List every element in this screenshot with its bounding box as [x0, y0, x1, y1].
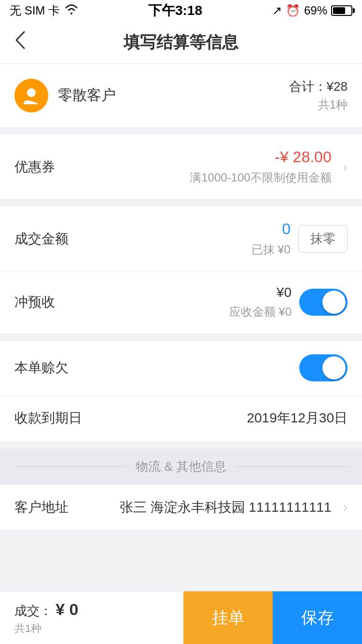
deal-prepay-section: 成交金额 0 已抹 ¥0 抹零 冲预收 ¥0 应收金额 ¥0 — [0, 207, 362, 333]
status-time: 下午3:18 — [148, 1, 202, 20]
due-date-value: 2019年12月30日 — [247, 409, 348, 427]
total-count: 共1种 — [289, 97, 348, 112]
avatar — [14, 79, 48, 112]
prepay-label: 冲预收 — [14, 293, 55, 311]
alarm-icon: ⏰ — [286, 4, 300, 17]
bottom-info: 成交： ¥ 0 共1种 — [0, 600, 183, 636]
customer-name: 零散客户 — [58, 85, 116, 105]
hang-button[interactable]: 挂单 — [183, 591, 273, 644]
coupon-desc: 满1000-100不限制使用金额 — [190, 170, 331, 185]
prepay-amount: ¥0 — [277, 285, 292, 300]
round-zero-button[interactable]: 抹零 — [298, 225, 348, 252]
bottom-bar: 成交： ¥ 0 共1种 挂单 保存 — [0, 591, 362, 644]
coupon-label: 优惠券 — [14, 158, 55, 176]
deal-label: 成交金额 — [14, 230, 69, 248]
credit-label: 本单赊欠 — [14, 359, 69, 377]
credit-section: 本单赊欠 收款到期日 2019年12月30日 — [0, 341, 362, 441]
bottom-deal-row: 成交： ¥ 0 — [14, 600, 183, 619]
address-chevron-icon: › — [343, 500, 348, 515]
address-label: 客户地址 — [14, 498, 69, 517]
credit-row: 本单赊欠 — [0, 341, 362, 395]
prepay-toggle[interactable] — [299, 289, 348, 316]
bottom-deal-label: 成交： — [14, 603, 52, 618]
customer-total: 合计：¥28 共1种 — [289, 78, 348, 112]
logistics-label: 物流 & 其他信息 — [136, 458, 226, 475]
coupon-right: -¥ 28.00 满1000-100不限制使用金额 › — [190, 148, 348, 185]
address-value: 张三 海淀永丰科技园 11111111111 — [120, 498, 332, 517]
deal-value: 0 — [282, 220, 291, 238]
address-section: 客户地址 张三 海淀永丰科技园 11111111111 › — [0, 485, 362, 530]
deal-right: 0 已抹 ¥0 抹零 — [251, 220, 348, 257]
status-right: ↗ ⏰ 69% — [272, 4, 352, 17]
due-date-row: 收款到期日 2019年12月30日 — [0, 395, 362, 441]
deal-sub: 已抹 ¥0 — [251, 242, 291, 257]
address-right: 张三 海淀永丰科技园 11111111111 › — [120, 498, 348, 517]
status-bar: 无 SIM 卡 下午3:18 ↗ ⏰ 69% — [0, 0, 362, 21]
prepay-value-col: ¥0 应收金额 ¥0 — [229, 285, 292, 320]
save-button[interactable]: 保存 — [273, 591, 362, 644]
coupon-discount: -¥ 28.00 — [275, 148, 331, 166]
customer-left: 零散客户 — [14, 79, 116, 112]
battery-icon — [331, 5, 352, 16]
deal-row: 成交金额 0 已抹 ¥0 抹零 — [0, 207, 362, 271]
wifi-icon — [65, 4, 78, 17]
prepay-toggle-knob — [322, 291, 346, 314]
page-title: 填写结算等信息 — [124, 31, 238, 54]
logistics-line-left — [14, 466, 126, 467]
prepay-row: 冲预收 ¥0 应收金额 ¥0 — [0, 271, 362, 333]
location-icon: ↗ — [272, 4, 282, 17]
prepay-sub: 应收金额 ¥0 — [229, 304, 292, 320]
coupon-value-col: -¥ 28.00 满1000-100不限制使用金额 — [190, 148, 331, 185]
back-button[interactable] — [14, 31, 25, 54]
status-left: 无 SIM 卡 — [10, 3, 78, 18]
deal-value-col: 0 已抹 ¥0 — [251, 220, 291, 257]
prepay-right: ¥0 应收金额 ¥0 — [229, 285, 348, 320]
customer-section: 零散客户 合计：¥28 共1种 — [0, 64, 362, 127]
customer-row: 零散客户 合计：¥28 共1种 — [0, 64, 362, 127]
nav-bar: 填写结算等信息 — [0, 21, 362, 64]
due-date-label: 收款到期日 — [14, 409, 82, 427]
battery-percent: 69% — [304, 4, 327, 17]
coupon-section: 优惠券 -¥ 28.00 满1000-100不限制使用金额 › — [0, 135, 362, 199]
coupon-row[interactable]: 优惠券 -¥ 28.00 满1000-100不限制使用金额 › — [0, 135, 362, 199]
bottom-deal-amount: ¥ 0 — [56, 600, 78, 618]
svg-point-0 — [27, 88, 36, 97]
credit-right — [299, 354, 348, 381]
sim-signal: 无 SIM 卡 — [10, 3, 60, 18]
coupon-chevron-icon: › — [343, 159, 348, 175]
logistics-header: 物流 & 其他信息 — [0, 448, 362, 485]
total-label: 合计：¥28 — [289, 78, 348, 95]
address-row[interactable]: 客户地址 张三 海淀永丰科技园 11111111111 › — [0, 485, 362, 530]
logistics-line-right — [236, 466, 348, 467]
bottom-count: 共1种 — [14, 621, 183, 636]
credit-toggle-knob — [322, 356, 346, 379]
credit-toggle[interactable] — [299, 354, 348, 381]
content: 零散客户 合计：¥28 共1种 优惠券 -¥ 28.00 满1000-100不限… — [0, 64, 362, 596]
